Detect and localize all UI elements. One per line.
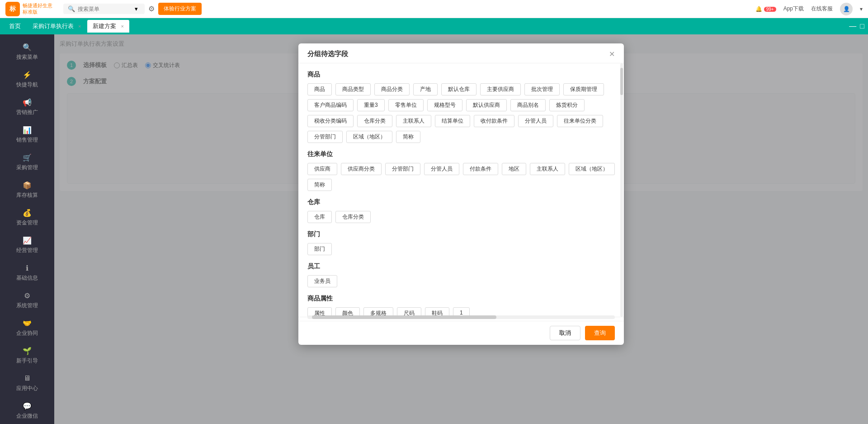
sidebar-item-search-label: 搜索菜单	[16, 53, 38, 61]
sidebar-item-search[interactable]: 🔍 搜索菜单	[0, 38, 54, 66]
modal-hscrollbar-thumb[interactable]	[312, 315, 496, 319]
field-tag-product[interactable]: 商品	[307, 83, 332, 95]
gear-icon[interactable]: ⚙	[148, 5, 155, 13]
tab-new-plan-close[interactable]: ×	[121, 24, 123, 29]
field-tag-batch[interactable]: 批次管理	[524, 83, 560, 95]
management-icon: 📈	[23, 236, 32, 245]
sidebar-item-management-label: 经营管理	[16, 247, 38, 254]
online-service-link[interactable]: 在线客服	[811, 5, 833, 13]
trial-btn[interactable]: 体验行业方案	[158, 3, 202, 15]
sidebar-item-finance[interactable]: 💰 资金管理	[0, 204, 54, 231]
avatar[interactable]: 👤	[840, 3, 853, 15]
sidebar-item-system-label: 系统管理	[16, 302, 38, 310]
sidebar-item-wechat[interactable]: 💬 企业微信	[0, 397, 54, 424]
field-tag-retail-unit[interactable]: 零售单位	[388, 99, 424, 111]
field-tag-main-contact[interactable]: 主联系人	[396, 115, 431, 127]
modal-close-button[interactable]: ✕	[609, 50, 615, 58]
modal-body[interactable]: 商品 商品 商品类型 商品分类 产地 默认仓库 主要供应商 批次管理 保质期管理…	[298, 63, 624, 317]
field-tag-customer-code[interactable]: 客户商品编码	[307, 99, 354, 111]
tab-home[interactable]: 首页	[4, 20, 26, 33]
field-tag-points[interactable]: 炼货积分	[549, 99, 585, 111]
logo-area: 标 畅捷通好生意 标准版	[5, 2, 60, 16]
field-tag-warehouse-cat[interactable]: 仓库分类	[335, 211, 371, 223]
confirm-button[interactable]: 查询	[585, 326, 615, 340]
tab-new-plan[interactable]: 新建方案 ×	[87, 20, 129, 33]
field-tag-main-supplier[interactable]: 主要供应商	[480, 83, 521, 95]
quick-nav-icon: ⚡	[23, 70, 32, 79]
sidebar: 🔍 搜索菜单 ⚡ 快捷导航 📢 营销推广 📊 销售管理 🛒 采购管理 📦 库存核…	[0, 34, 54, 424]
field-tag-supplier[interactable]: 供应商	[307, 163, 337, 175]
field-tag-spec[interactable]: 规格型号	[427, 99, 462, 111]
user-menu-arrow[interactable]: ▾	[860, 6, 863, 12]
field-tag-payment-condition[interactable]: 付款条件	[463, 163, 498, 175]
sidebar-item-sales[interactable]: 📊 销售管理	[0, 121, 54, 148]
modal-title: 分组待选字段	[307, 50, 348, 58]
field-tag-weight3[interactable]: 重量3	[357, 99, 385, 111]
sidebar-item-basic-info-label: 基础信息	[16, 274, 38, 282]
field-tag-settlement-unit[interactable]: 结算单位	[435, 115, 470, 127]
sidebar-item-marketing[interactable]: 📢 营销推广	[0, 93, 54, 121]
field-tag-area[interactable]: 地区	[502, 163, 526, 175]
search-bar[interactable]: 🔍 ▾	[63, 4, 145, 14]
cancel-button[interactable]: 取消	[550, 326, 580, 340]
logo-letter: 标	[9, 5, 16, 13]
field-tag-salesperson[interactable]: 业务员	[307, 275, 337, 287]
sidebar-item-collab[interactable]: 🤝 企业协同	[0, 314, 54, 342]
logo-icon: 标	[5, 2, 20, 16]
sidebar-item-basic-info[interactable]: ℹ 基础信息	[0, 259, 54, 286]
search-sidebar-icon: 🔍	[23, 43, 32, 52]
app-download-link[interactable]: App下载	[783, 5, 804, 13]
sidebar-item-inventory[interactable]: 📦 库存核算	[0, 176, 54, 204]
guide-icon: 🌱	[23, 346, 32, 355]
modal-hscrollbar-area	[298, 317, 624, 321]
field-tag-product-type[interactable]: 商品类型	[335, 83, 371, 95]
sidebar-item-purchase[interactable]: 🛒 采购管理	[0, 148, 54, 176]
window-maximize-icon[interactable]: □	[860, 22, 864, 30]
field-tag-default-warehouse[interactable]: 默认仓库	[441, 83, 476, 95]
sidebar-item-app-center[interactable]: 🖥 应用中心	[0, 369, 54, 397]
marketing-icon: 📢	[23, 98, 32, 107]
field-tag-warehouse-category[interactable]: 仓库分类	[357, 115, 392, 127]
employee-fields-grid: 业务员	[307, 275, 615, 287]
wechat-icon: 💬	[23, 401, 32, 410]
field-tag-region[interactable]: 区域（地区）	[346, 131, 392, 143]
sidebar-item-quick-nav-label: 快捷导航	[16, 81, 38, 89]
field-tag-dept[interactable]: 分管部门	[307, 131, 343, 143]
field-tag-manager2[interactable]: 分管人员	[424, 163, 459, 175]
field-tag-warehouse[interactable]: 仓库	[307, 211, 332, 223]
sidebar-item-guide[interactable]: 🌱 新手引导	[0, 342, 54, 369]
field-tag-default-supplier[interactable]: 默认供应商	[466, 99, 507, 111]
modal-scrollbar-thumb[interactable]	[620, 68, 623, 95]
sidebar-item-management[interactable]: 📈 经营管理	[0, 231, 54, 259]
search-input[interactable]	[78, 6, 132, 12]
field-tag-origin[interactable]: 产地	[413, 83, 438, 95]
field-tag-partner-category[interactable]: 往来单位分类	[557, 115, 603, 127]
notification-area[interactable]: 🔔 99+	[755, 6, 776, 12]
field-tag-tax-code[interactable]: 税收分类编码	[307, 115, 354, 127]
field-tag-payment-terms[interactable]: 收付款条件	[474, 115, 514, 127]
section-title-dept: 部门	[307, 230, 615, 238]
field-tag-main-contact2[interactable]: 主联系人	[530, 163, 565, 175]
field-tag-abbreviation2[interactable]: 简称	[307, 179, 332, 191]
field-tag-expiry[interactable]: 保质期管理	[563, 83, 604, 95]
tab-purchase-list-close[interactable]: ×	[78, 24, 81, 29]
field-tag-product-category[interactable]: 商品分类	[374, 83, 410, 95]
field-tag-region2[interactable]: 区域（地区）	[569, 163, 615, 175]
tab-purchase-list[interactable]: 采购订单执行表 ×	[27, 20, 86, 33]
content-area: 采购订单执行表方案设置 1 选择模板 汇总表 交叉统计表 2	[54, 34, 868, 424]
field-tag-dept3[interactable]: 部门	[307, 243, 332, 255]
sidebar-item-system[interactable]: ⚙ 系统管理	[0, 286, 54, 314]
app-name: 畅捷通好生意	[23, 3, 52, 9]
field-tag-supplier-category[interactable]: 供应商分类	[341, 163, 382, 175]
window-minimize-icon[interactable]: —	[849, 22, 856, 30]
field-tag-dept2[interactable]: 分管部门	[385, 163, 420, 175]
field-tag-manager[interactable]: 分管人员	[518, 115, 553, 127]
field-tag-product-alias[interactable]: 商品别名	[510, 99, 546, 111]
modal-header: 分组待选字段 ✕	[298, 43, 624, 63]
search-icon: 🔍	[68, 5, 75, 12]
sidebar-item-guide-label: 新手引导	[16, 357, 38, 365]
tab-new-plan-label: 新建方案	[93, 22, 116, 30]
sidebar-item-quick-nav[interactable]: ⚡ 快捷导航	[0, 66, 54, 93]
app-sub: 标准版	[23, 9, 52, 15]
field-tag-abbreviation[interactable]: 简称	[396, 131, 420, 143]
